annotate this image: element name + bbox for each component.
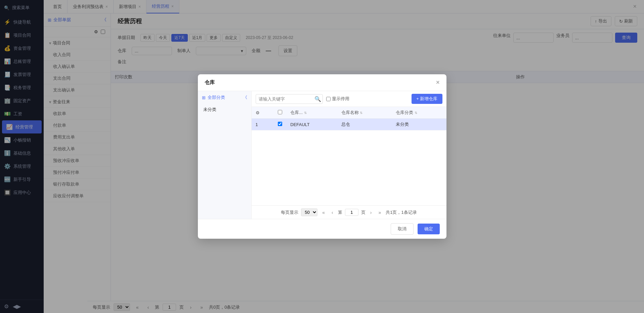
col-check-header[interactable] [274, 107, 286, 119]
dialog-category-unclassified[interactable]: 未分类 [198, 104, 251, 115]
dialog-warehouse: 仓库 × ⊞ 全部分类 《 未分类 [198, 74, 446, 239]
all-category-label: 全部分类 [208, 94, 225, 101]
dialog-all-category[interactable]: ⊞ 全部分类 《 [198, 91, 251, 104]
confirm-button[interactable]: 确定 [418, 224, 440, 234]
per-page-label: 每页显示 [281, 209, 298, 216]
dialog-page-suffix: 页 [361, 209, 366, 216]
unclassified-label: 未分类 [203, 107, 216, 112]
dialog-toolbar: 🔍 显示停用 + 新增仓库 [252, 91, 446, 107]
dialog-header: 仓库 × [198, 74, 446, 91]
row-code: DEFAULT [286, 119, 337, 130]
dialog-prev-page-btn[interactable]: ‹ [330, 209, 335, 216]
dialog-per-page-select[interactable]: 50 [301, 208, 317, 216]
dialog-first-page-btn[interactable]: « [320, 209, 327, 216]
settings-icon: ⚙ [256, 110, 260, 115]
show-disabled-label[interactable]: 显示停用 [326, 96, 349, 102]
dialog-page-input[interactable] [345, 209, 358, 216]
col-code-header[interactable]: 仓库... ⇅ [286, 107, 337, 119]
col-code-label: 仓库... [290, 110, 303, 115]
row-check[interactable] [274, 119, 286, 130]
dialog-page-label: 算 [338, 209, 342, 216]
dialog-pagination: 每页显示 50 « ‹ 算 页 › » 共1页，1条记录 [252, 205, 446, 219]
dialog-table-wrap: ⚙ 仓库... ⇅ 仓库名称 [252, 107, 446, 205]
row-category: 未分类 [392, 119, 446, 130]
sort-icon: ⇅ [360, 111, 362, 115]
row-num: 1 [252, 119, 274, 130]
dialog-footer: 取消 确定 [198, 219, 446, 239]
cancel-button[interactable]: 取消 [391, 223, 414, 235]
add-warehouse-button[interactable]: + 新增仓库 [412, 94, 442, 104]
col-name-label: 仓库名称 [341, 110, 359, 115]
row-name: 总仓 [337, 119, 392, 130]
select-all-checkbox[interactable] [278, 110, 282, 114]
col-name-header[interactable]: 仓库名称 ⇅ [337, 107, 392, 119]
dialog-total-text: 共1页，1条记录 [386, 209, 417, 216]
dialog-overlay: 仓库 × ⊞ 全部分类 《 未分类 [0, 0, 644, 313]
search-icon: 🔍 [314, 96, 321, 102]
dialog-search-input[interactable] [259, 96, 312, 102]
dialog-search-wrap[interactable]: 🔍 [256, 94, 323, 104]
dialog-close-button[interactable]: × [436, 79, 440, 86]
col-settings-header[interactable]: ⚙ [252, 107, 274, 119]
grid-icon: ⊞ [202, 95, 206, 100]
dialog-table: ⚙ 仓库... ⇅ 仓库名称 [252, 107, 446, 130]
show-disabled-text: 显示停用 [332, 96, 349, 102]
collapse-panel-icon[interactable]: 《 [243, 94, 247, 101]
dialog-last-page-btn[interactable]: » [376, 209, 383, 216]
sort-icon: ⇅ [415, 111, 417, 115]
col-category-header[interactable]: 仓库分类 ⇅ [392, 107, 446, 119]
dialog-next-page-btn[interactable]: › [368, 209, 374, 216]
table-row[interactable]: 1 DEFAULT 总仓 未分类 [252, 119, 446, 130]
dialog-left-panel: ⊞ 全部分类 《 未分类 [198, 91, 252, 219]
dialog-body: ⊞ 全部分类 《 未分类 🔍 [198, 91, 446, 219]
sort-icon: ⇅ [304, 111, 307, 115]
dialog-title: 仓库 [205, 79, 215, 86]
col-category-label: 仓库分类 [396, 110, 413, 115]
show-disabled-checkbox[interactable] [326, 97, 331, 101]
dialog-right-panel: 🔍 显示停用 + 新增仓库 ⚙ [252, 91, 446, 219]
